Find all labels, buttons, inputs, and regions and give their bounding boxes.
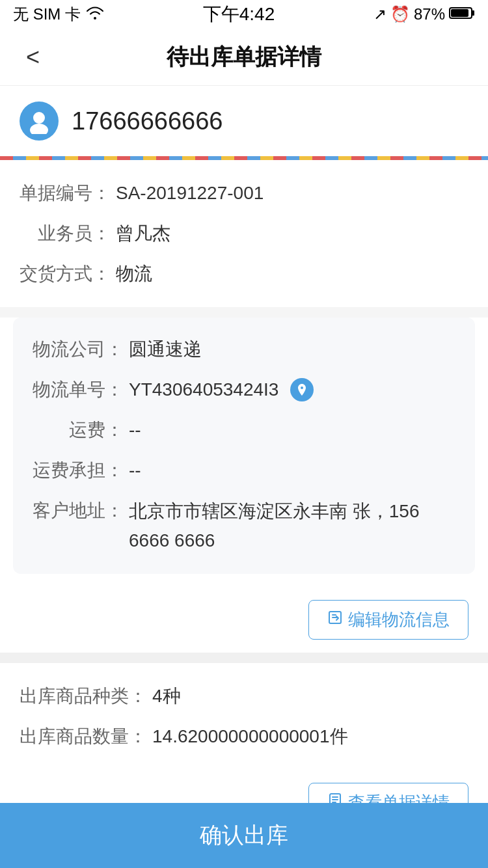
battery-icon <box>449 5 475 23</box>
salesman-row: 业务员： 曾凡杰 <box>20 220 468 247</box>
salesman-label: 业务员： <box>20 220 111 247</box>
back-button[interactable]: < <box>20 37 46 77</box>
address-value: 北京市市辖区海淀区永丰南 张，156 6666 6666 <box>129 497 455 556</box>
delivery-row: 交货方式： 物流 <box>20 260 468 288</box>
freight-bear-row: 运费承担： -- <box>33 457 455 484</box>
edit-logistics-button[interactable]: 编辑物流信息 <box>308 600 468 640</box>
page-title: 待出库单据详情 <box>167 42 321 72</box>
address-row: 客户地址： 北京市市辖区海淀区永丰南 张，156 6666 6666 <box>33 497 455 556</box>
freight-bear-value: -- <box>129 457 455 484</box>
section-divider <box>0 653 488 663</box>
svg-point-3 <box>33 112 45 124</box>
carrier-text: 无 SIM 卡 <box>13 4 81 25</box>
order-info-section: 单据编号： SA-20191227-001 业务员： 曾凡杰 交货方式： 物流 <box>0 160 488 307</box>
freight-row: 运费： -- <box>33 416 455 444</box>
freight-value: -- <box>129 416 455 444</box>
alarm-icon: ⏰ <box>390 5 410 23</box>
status-right: ↗ ⏰ 87% <box>373 5 475 23</box>
logistics-company-row: 物流公司： 圆通速递 <box>33 336 455 363</box>
logistics-wrapper: 物流公司： 圆通速递 物流单号： YT43064053424I3 运费： -- <box>0 318 488 587</box>
customer-phone: 17666666666 <box>72 107 223 135</box>
svg-rect-2 <box>451 9 468 17</box>
goods-qty-label: 出库商品数量： <box>20 723 147 750</box>
salesman-value: 曾凡杰 <box>116 220 468 247</box>
goods-type-row: 出库商品种类： 4种 <box>20 683 468 710</box>
edit-logistics-label: 编辑物流信息 <box>348 608 450 631</box>
goods-qty-value: 14.620000000000001件 <box>152 723 468 750</box>
goods-qty-row: 出库商品数量： 14.620000000000001件 <box>20 723 468 750</box>
confirm-btn-label: 确认出库 <box>200 821 288 850</box>
customer-header: 17666666666 <box>0 86 488 156</box>
svg-rect-1 <box>472 10 474 16</box>
location-icon: ↗ <box>373 5 386 23</box>
logistics-tracking-row: 物流单号： YT43064053424I3 <box>33 376 455 403</box>
user-avatar-icon <box>26 108 52 134</box>
address-label: 客户地址： <box>33 497 124 524</box>
tracking-number: YT43064053424I3 <box>129 379 278 400</box>
battery-text: 87% <box>414 5 445 23</box>
main-content: 17666666666 单据编号： SA-20191227-001 业务员： 曾… <box>0 86 488 868</box>
status-left: 无 SIM 卡 <box>13 4 104 25</box>
freight-bear-label: 运费承担： <box>33 457 124 484</box>
logistics-company-value: 圆通速递 <box>129 336 455 363</box>
delivery-value: 物流 <box>116 260 468 288</box>
order-no-row: 单据编号： SA-20191227-001 <box>20 180 468 207</box>
wifi-icon <box>86 5 104 23</box>
logistics-tracking-label: 物流单号： <box>33 376 124 403</box>
freight-label: 运费： <box>33 416 124 444</box>
tracking-map-icon[interactable] <box>290 378 314 401</box>
nav-bar: < 待出库单据详情 <box>0 29 488 86</box>
edit-action-row: 编辑物流信息 <box>0 587 488 653</box>
goods-type-value: 4种 <box>152 683 468 710</box>
status-time: 下午4:42 <box>203 2 275 27</box>
logistics-card: 物流公司： 圆通速递 物流单号： YT43064053424I3 运费： -- <box>13 318 475 574</box>
svg-point-4 <box>30 124 48 134</box>
edit-icon <box>327 610 343 630</box>
avatar <box>20 102 59 141</box>
order-no-label: 单据编号： <box>20 180 111 207</box>
status-bar: 无 SIM 卡 下午4:42 ↗ ⏰ 87% <box>0 0 488 29</box>
stats-section: 出库商品种类： 4种 出库商品数量： 14.620000000000001件 <box>0 663 488 770</box>
delivery-label: 交货方式： <box>20 260 111 288</box>
logistics-tracking-value: YT43064053424I3 <box>129 376 455 403</box>
confirm-outbound-button[interactable]: 确认出库 <box>0 803 488 868</box>
order-no-value: SA-20191227-001 <box>116 180 468 207</box>
logistics-company-label: 物流公司： <box>33 336 124 363</box>
goods-type-label: 出库商品种类： <box>20 683 147 710</box>
